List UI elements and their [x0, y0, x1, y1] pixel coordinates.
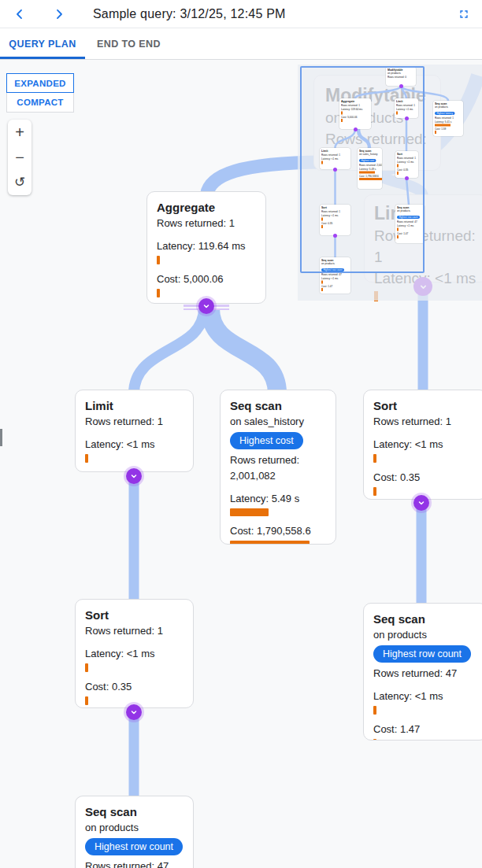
node-latency: Latency: <1 ms	[85, 646, 184, 662]
table-name: products	[387, 629, 427, 641]
cost-bar	[85, 696, 88, 705]
highest-row-count-badge: Highest row count	[85, 838, 183, 855]
latency-bar	[373, 706, 376, 715]
collapse-node-button[interactable]	[198, 298, 214, 314]
table-name: sales_history	[244, 416, 304, 427]
node-title: Limit	[85, 397, 184, 414]
highest-cost-badge: Highest cost	[230, 432, 303, 449]
minimap-metric-bar	[435, 124, 450, 127]
tab-bar: QUERY PLAN END TO END	[0, 29, 482, 60]
compact-button[interactable]: COMPACT	[6, 93, 74, 113]
plan-node-sort-left[interactable]: Sort Rows returned: 1 Latency: <1 ms Cos…	[75, 599, 194, 708]
scrollbar-thumb[interactable]	[0, 429, 2, 446]
forward-button[interactable]	[47, 2, 71, 26]
fullscreen-button[interactable]	[452, 2, 476, 26]
cost-bar	[157, 289, 160, 297]
plan-node-seq-scan-products-right[interactable]: Seq scan on products Highest row count R…	[363, 603, 482, 741]
minimap-node-stat: Cost: 1.47	[321, 285, 347, 288]
minimap[interactable]: Modifytableon productsRows returned: 0Ag…	[298, 65, 482, 301]
minimap-node-sub: on products	[435, 105, 459, 109]
node-title: Aggregate	[157, 199, 256, 216]
latency-bar	[85, 454, 88, 463]
tab-query-plan[interactable]: QUERY PLAN	[0, 29, 85, 59]
chevron-right-icon	[52, 7, 66, 21]
minimap-viewport[interactable]	[300, 66, 425, 273]
edge-aggregate-to-seqscan	[210, 308, 277, 393]
node-rows: Rows returned: 1	[85, 623, 184, 639]
node-cost: Cost: 1,790,558.6	[230, 523, 326, 539]
node-latency: Latency: <1 ms	[85, 437, 184, 452]
minimap-metric-bar	[321, 281, 323, 284]
node-title: Seq scan	[230, 397, 326, 414]
latency-bar	[85, 663, 88, 672]
node-rows: Rows returned: 1	[85, 414, 184, 430]
minimap-metric-bar	[321, 288, 323, 291]
node-latency: Latency: 5.49 s	[230, 491, 326, 507]
collapse-node-button[interactable]	[413, 495, 429, 511]
expanded-button[interactable]: EXPANDED	[6, 73, 74, 93]
node-title: Sort	[85, 607, 184, 623]
node-rows: Rows returned: 1	[373, 414, 477, 430]
chevron-down-icon	[202, 301, 211, 311]
zoom-controls: + − ↺	[8, 120, 32, 195]
node-rows: Rows returned: 47	[373, 666, 477, 681]
minimap-node-seq-scan-top-right: Seq scanon productsHighest latencyRows r…	[433, 101, 463, 136]
node-cost: Cost: 0.35	[85, 679, 184, 695]
back-button[interactable]	[8, 2, 32, 26]
latency-bar	[373, 454, 376, 463]
node-latency: Latency: <1 ms	[373, 689, 477, 704]
plan-node-aggregate[interactable]: Aggregate Rows returned: 1 Latency: 119.…	[146, 191, 266, 304]
minimap-node-badge: Highest latency	[435, 112, 455, 115]
node-table: on sales_history	[230, 414, 326, 430]
chevron-down-icon	[417, 498, 426, 508]
minimap-node-stat: Cost: 1.59	[435, 127, 459, 131]
minimap-node-stat: Rows returned: 47	[321, 273, 347, 276]
highest-row-count-badge: Highest row count	[373, 645, 471, 663]
node-rows-value: 2,001,082	[230, 468, 326, 484]
on-prefix: on	[373, 629, 387, 641]
reset-view-button[interactable]: ↺	[8, 170, 32, 195]
table-name: products	[99, 822, 139, 833]
latency-bar	[157, 256, 160, 264]
node-title: Seq scan	[373, 611, 477, 627]
minimap-node-stat: Latency: <1 ms	[321, 277, 347, 280]
query-plan-canvas[interactable]: Modifytable on products Rows returned: 0…	[0, 60, 482, 868]
node-table: on products	[373, 627, 477, 643]
zoom-out-button[interactable]: −	[8, 145, 32, 170]
node-cost: Cost: 0.35	[373, 470, 477, 486]
layout-toggle: EXPANDED COMPACT	[6, 73, 74, 113]
node-title: Seq scan	[85, 803, 184, 820]
chevron-down-icon	[129, 471, 139, 481]
node-table: on products	[85, 820, 184, 836]
collapse-node-button[interactable]	[126, 704, 142, 720]
minimap-node-stat: Latency: 5.41 s	[435, 120, 459, 124]
on-prefix: on	[85, 822, 99, 833]
plan-node-limit[interactable]: Limit Rows returned: 1 Latency: <1 ms	[75, 390, 194, 472]
chevron-down-icon	[129, 707, 139, 717]
header: Sample query: 3/12/25, 12:45 PM	[0, 0, 482, 28]
plan-node-sort-right[interactable]: Sort Rows returned: 1 Latency: <1 ms Cos…	[363, 390, 482, 500]
tab-end-to-end[interactable]: END TO END	[85, 29, 180, 59]
zoom-in-button[interactable]: +	[8, 120, 32, 145]
cost-bar	[373, 487, 376, 496]
node-latency: Latency: 119.64 ms	[157, 238, 256, 254]
node-rows: Rows returned: 1	[157, 216, 256, 231]
minimap-node-stat: Rows returned: 1	[435, 116, 459, 120]
node-title: Sort	[373, 397, 477, 414]
node-rows-label: Rows returned:	[230, 452, 326, 468]
node-cost: Cost: 1.47	[373, 722, 477, 737]
on-prefix: on	[230, 416, 244, 427]
chevron-left-icon	[13, 7, 27, 21]
fullscreen-icon	[458, 8, 470, 20]
cost-bar	[230, 541, 310, 545]
minimap-metric-bar	[435, 131, 436, 134]
node-cost: Cost: 5,000.06	[157, 271, 256, 287]
latency-bar	[230, 508, 269, 516]
cost-bar	[373, 739, 376, 741]
plan-node-seq-scan-products-bottom[interactable]: Seq scan on products Highest row count R…	[75, 796, 194, 868]
edge-aggregate-to-limit	[134, 308, 204, 393]
collapse-node-button[interactable]	[126, 468, 142, 484]
node-rows: Rows returned: 47	[85, 859, 184, 868]
node-latency: Latency: <1 ms	[373, 437, 477, 452]
plan-node-seq-scan-sales-history[interactable]: Seq scan on sales_history Highest cost R…	[220, 390, 336, 545]
